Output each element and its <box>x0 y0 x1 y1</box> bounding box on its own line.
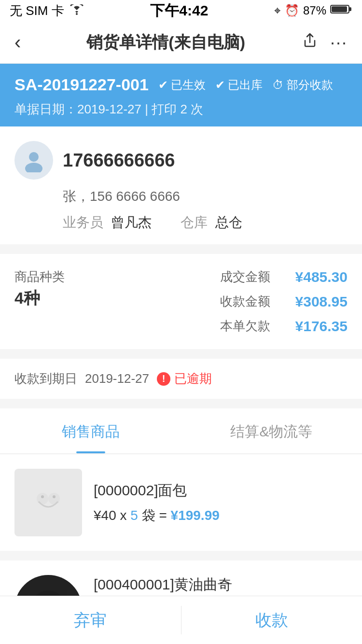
battery-icon <box>330 4 352 17</box>
header-banner: SA-20191227-001 ✔ 已生效 ✔ 已出库 ⏱ 部分收款 单据日期：… <box>0 64 362 126</box>
nav-bar: ‹ 销货单详情(来自电脑) ··· <box>0 21 362 64</box>
more-icon[interactable]: ··· <box>330 32 348 53</box>
location-icon: ⌖ <box>274 4 281 17</box>
order-id-value: SA-20191227-001 <box>14 75 149 94</box>
overdue-icon: ! <box>157 372 170 386</box>
back-button[interactable]: ‹ <box>14 27 30 58</box>
status-badge-shipped: ✔ 已出库 <box>215 77 263 93</box>
svg-point-7 <box>48 493 60 504</box>
status-right: ⌖ ⏰ 87% <box>274 4 352 17</box>
share-icon[interactable] <box>301 32 319 53</box>
tab-settlement[interactable]: 结算&物流等 <box>181 408 362 453</box>
alarm-icon: ⏰ <box>285 4 299 17</box>
customer-phone: 17666666666 <box>63 150 175 171</box>
wifi-icon <box>69 3 84 18</box>
product-item-1: [0000002]面包 ¥40 x 5 袋 = ¥199.99 <box>0 454 362 551</box>
owed-row: 本单欠款 ¥176.35 <box>220 318 348 335</box>
svg-rect-2 <box>349 7 351 11</box>
clock-icon: ⏱ <box>272 78 284 92</box>
cancel-button[interactable]: 弃审 <box>0 596 181 644</box>
svg-point-6 <box>37 493 48 504</box>
tabs-row: 销售商品 结算&物流等 <box>0 408 362 453</box>
status-left: 无 SIM 卡 <box>10 2 84 19</box>
battery-level: 87% <box>303 4 326 17</box>
status-badge-effective: ✔ 已生效 <box>158 77 206 93</box>
stats-left: 商品种类 4种 <box>14 268 65 309</box>
nav-actions: ··· <box>301 32 348 53</box>
svg-point-8 <box>41 495 44 498</box>
page-title: 销货单详情(来自电脑) <box>30 31 301 54</box>
check-icon-1: ✔ <box>158 78 168 92</box>
customer-name-phone: 张，156 6666 6666 <box>14 187 348 206</box>
payment-due-label: 收款到期日 <box>14 370 77 387</box>
payment-due-section: 收款到期日 2019-12-27 ! 已逾期 <box>0 359 362 399</box>
status-bar: 无 SIM 卡 下午4:42 ⌖ ⏰ 87% <box>0 0 362 21</box>
payment-due-date: 2019-12-27 <box>85 371 149 386</box>
product-name-2: [000400001]黄油曲奇 <box>94 575 348 595</box>
svg-point-0 <box>76 13 78 15</box>
customer-meta: 业务员 曾凡杰 仓库 总仓 <box>14 213 348 232</box>
svg-point-5 <box>25 163 42 172</box>
received-row: 收款金额 ¥308.95 <box>220 293 348 310</box>
customer-avatar <box>14 141 53 180</box>
order-date-row: 单据日期：2019-12-27 | 打印 2 次 <box>14 101 348 118</box>
category-label: 商品种类 <box>14 268 65 285</box>
overdue-text: 已逾期 <box>174 370 212 387</box>
product-name-1: [0000002]面包 <box>94 481 348 501</box>
product-price-1: ¥40 x 5 袋 = ¥199.99 <box>94 506 348 525</box>
bottom-bar: 弃审 收款 <box>0 596 362 644</box>
tab-products[interactable]: 销售商品 <box>0 408 181 453</box>
stats-right: 成交金额 ¥485.30 收款金额 ¥308.95 本单欠款 ¥176.35 <box>220 268 348 335</box>
order-id-row: SA-20191227-001 ✔ 已生效 ✔ 已出库 ⏱ 部分收款 <box>14 75 348 94</box>
overdue-badge: ! 已逾期 <box>157 370 212 387</box>
customer-section: 17666666666 张，156 6666 6666 业务员 曾凡杰 仓库 总… <box>0 126 362 244</box>
product-thumb-1 <box>14 469 82 536</box>
status-time: 下午4:42 <box>150 1 208 21</box>
tabs-section: 销售商品 结算&物流等 <box>0 408 362 454</box>
svg-point-9 <box>53 495 56 498</box>
product-info-1: [0000002]面包 ¥40 x 5 袋 = ¥199.99 <box>94 481 348 525</box>
svg-rect-3 <box>332 6 347 12</box>
confirm-button[interactable]: 收款 <box>181 596 362 644</box>
deal-amount-row: 成交金额 ¥485.30 <box>220 268 348 285</box>
check-icon-2: ✔ <box>215 78 225 92</box>
warehouse-meta: 仓库 总仓 <box>181 213 242 232</box>
sales-meta: 业务员 曾凡杰 <box>63 213 152 232</box>
svg-point-4 <box>29 152 39 162</box>
stats-section: 商品种类 4种 成交金额 ¥485.30 收款金额 ¥308.95 本单欠款 ¥… <box>0 254 362 349</box>
sim-status: 无 SIM 卡 <box>10 2 64 19</box>
status-badge-partial: ⏱ 部分收款 <box>272 77 333 93</box>
category-value: 4种 <box>14 287 65 309</box>
customer-top: 17666666666 <box>14 141 348 180</box>
